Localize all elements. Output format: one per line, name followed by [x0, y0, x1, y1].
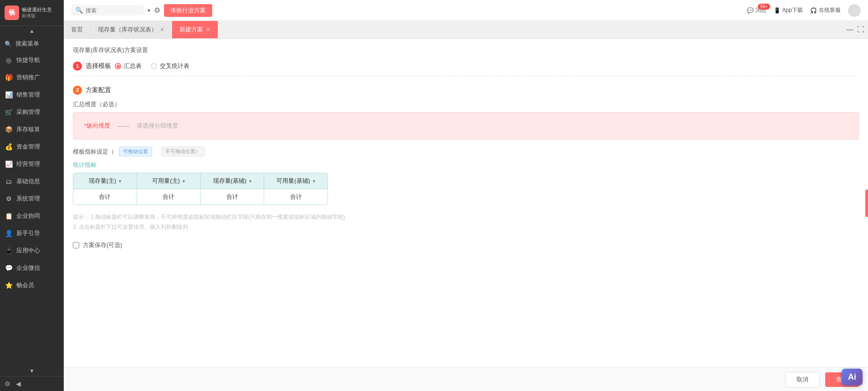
tab-actions: — ⛶ [842, 26, 868, 34]
app-icon: 畅 [5, 5, 19, 20]
metrics-setting-label: 模板指标设定（ 可拖动位置 不可拖动位置） [73, 147, 859, 156]
sidebar-item-label: 基础信息 [16, 177, 40, 185]
stats-title: 统计指标 [73, 161, 859, 169]
apps-icon: 📱 [5, 247, 13, 255]
sidebar-logo: 畅 畅捷通好生意 标准版 [0, 0, 64, 26]
sidebar-item-label: 畅会员 [16, 281, 34, 289]
save-option: 方案保存(可选) [73, 241, 859, 249]
topbar-app-download[interactable]: 📱 App下载 [774, 6, 803, 14]
sidebar-search[interactable]: 🔍 搜索菜单 [0, 36, 64, 51]
sidebar-item-label: 快捷导航 [16, 56, 40, 64]
radio-summary-label: 汇总表 [124, 62, 142, 70]
sidebar-nav: ◎ 快捷导航 🎁 营销推广 📊 销售管理 🛒 采购管理 📦 库存核算 💰 资金管… [0, 51, 64, 366]
tab-home[interactable]: 首页 [64, 21, 91, 38]
sidebar-item-label: 营销推广 [16, 73, 40, 82]
tab-new-plan-label: 新建方案 [179, 26, 203, 34]
sidebar-item-business[interactable]: 📈 经营管理 [0, 155, 64, 173]
radio-cross-label: 交叉统计表 [160, 62, 189, 70]
tip-1: 1.拖动标题栏可以调整布局，不可跨维度或指标区域拖动栏目字段(只能在同一维度或指… [91, 214, 345, 220]
sidebar-scroll-down[interactable]: ▼ [0, 366, 64, 376]
sidebar-item-newbie[interactable]: 👤 新手引导 [0, 225, 64, 242]
sidebar-item-label: 库存核算 [16, 125, 40, 134]
radio-summary-btn[interactable] [115, 63, 121, 69]
sidebar-footer: ⚙ ◀ [0, 376, 64, 391]
main-area: 🔍 ▾ ⚙ 选择模板 体验行业方案 💬 消息 99+ 📱 App下载 🎧 在线客… [64, 0, 868, 391]
section1-title: 选择模板 [86, 62, 111, 70]
tab-minimize-btn[interactable]: — [846, 26, 853, 34]
topbar-right: 💬 消息 99+ 📱 App下载 🎧 在线客服 [747, 4, 861, 17]
vertical-dim-dash: —— [117, 123, 129, 129]
tab-expand-btn[interactable]: ⛶ [857, 26, 864, 34]
metrics-col-2-label: 现存量(基辅) [213, 177, 247, 185]
cancel-button[interactable]: 取消 [785, 372, 820, 387]
sidebar-item-shortcut[interactable]: ◎ 快捷导航 [0, 51, 64, 69]
sidebar-item-wechat[interactable]: 💬 企业微信 [0, 259, 64, 277]
sidebar-item-apps[interactable]: 📱 应用中心 [0, 242, 64, 259]
sidebar-item-sales[interactable]: 📊 销售管理 [0, 86, 64, 103]
sidebar-collapse-btn[interactable]: ◀ [16, 380, 21, 387]
chevron-down-icon-3: ▾ [313, 179, 315, 184]
topbar-search-input[interactable] [86, 7, 131, 14]
sidebar-item-label: 新手引导 [16, 229, 40, 237]
section1-divider [73, 76, 859, 77]
tab-inventory-close[interactable]: ✕ [160, 27, 164, 32]
sidebar-item-marketing[interactable]: 🎁 营销推广 [0, 69, 64, 86]
headphone-icon: 🎧 [810, 7, 817, 14]
section2-header: 2 方案配置 [73, 86, 859, 95]
metrics-setting-text: 模板指标设定（ [73, 148, 114, 156]
app-name: 畅捷通好生意 [22, 6, 52, 13]
vertical-dim-placeholder: 请选择分组维度 [137, 122, 178, 130]
sidebar-item-label: 经营管理 [16, 160, 40, 168]
tab-inventory[interactable]: 现存量（库存状况表） ✕ [91, 21, 172, 38]
sidebar-item-finance[interactable]: 💰 资金管理 [0, 138, 64, 155]
draggable-badge: 可拖动位置 [119, 147, 152, 156]
sidebar-item-company[interactable]: 📋 企业协同 [0, 207, 64, 225]
metrics-col-2[interactable]: 现存量(基辅) ▾ [201, 173, 265, 189]
radio-cross-btn[interactable] [151, 63, 157, 69]
topbar-search-box[interactable]: 🔍 [71, 5, 144, 15]
app-edition: 标准版 [22, 13, 52, 19]
tab-new-plan[interactable]: 新建方案 ✕ [172, 21, 218, 38]
sidebar-settings-btn[interactable]: ⚙ [5, 380, 10, 387]
summary-dim-label: 汇总维度（必选） [73, 100, 859, 108]
metrics-col-0[interactable]: 现存量(主) ▾ [73, 173, 137, 189]
topbar-dropdown-btn[interactable]: ▾ [148, 7, 150, 14]
tips-title: 提示： 1.拖动标题栏可以调整布局，不可跨维度或指标区域拖动栏目字段(只能在同一… [73, 212, 859, 222]
metrics-cell-2: 合计 [201, 189, 265, 205]
metrics-col-1[interactable]: 可用量(主) ▾ [137, 173, 201, 189]
business-icon: 📈 [5, 160, 13, 168]
tips-prefix: 提示： [73, 214, 89, 220]
topbar-online-service[interactable]: 🎧 在线客服 [810, 6, 841, 14]
sidebar-item-basic[interactable]: 🗂 基础信息 [0, 173, 64, 190]
chat-icon: 💬 [747, 7, 754, 14]
save-checkbox[interactable] [73, 242, 79, 248]
right-handle[interactable] [865, 190, 868, 217]
topbar-msg[interactable]: 💬 消息 99+ [747, 6, 766, 14]
sidebar-item-inventory[interactable]: 📦 库存核算 [0, 121, 64, 138]
metrics-col-3[interactable]: 可用量(基辅) ▾ [264, 173, 327, 189]
ai-badge[interactable]: Ai [842, 369, 863, 386]
sidebar-scroll-up[interactable]: ▲ [0, 26, 64, 36]
content-area: 现存量(库存状况表)方案设置 1 选择模板 汇总表 交叉统计表 [64, 39, 868, 367]
dimension-box[interactable]: *纵向维度 —— 请选择分组维度 [73, 112, 859, 139]
basic-icon: 🗂 [5, 177, 13, 185]
sidebar-item-system[interactable]: ⚙ 系统管理 [0, 190, 64, 207]
online-service-label: 在线客服 [819, 6, 841, 14]
topbar-avatar[interactable] [848, 4, 861, 17]
sidebar-search-label: 搜索菜单 [15, 40, 39, 48]
metrics-cell-3: 合计 [264, 189, 327, 205]
sidebar-item-member[interactable]: ⭐ 畅会员 [0, 277, 64, 294]
radio-summary[interactable]: 汇总表 [115, 62, 142, 70]
radio-cross[interactable]: 交叉统计表 [151, 62, 189, 70]
tab-new-plan-close[interactable]: ✕ [206, 27, 210, 32]
topbar-settings-btn[interactable]: ⚙ [154, 6, 160, 15]
finance-icon: 💰 [5, 143, 13, 151]
metrics-table-row: 合计 合计 合计 合计 [73, 189, 327, 205]
sales-icon: 📊 [5, 91, 13, 99]
topbar: 🔍 ▾ ⚙ 选择模板 体验行业方案 💬 消息 99+ 📱 App下载 🎧 在线客… [64, 0, 868, 21]
member-icon: ⭐ [5, 281, 13, 289]
sidebar-item-purchase[interactable]: 🛒 采购管理 [0, 103, 64, 121]
topbar-trial-button[interactable]: 体验行业方案 [164, 4, 212, 17]
sidebar-item-label: 采购管理 [16, 108, 40, 116]
section-plan: 2 方案配置 汇总维度（必选） *纵向维度 —— 请选择分组维度 模板指标设定（… [73, 86, 859, 232]
